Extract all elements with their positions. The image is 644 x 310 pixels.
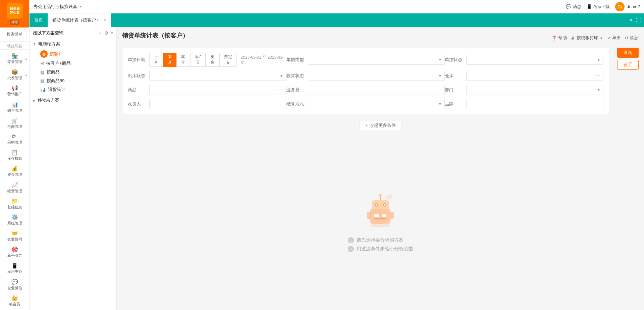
enterprise-icon: 🤝 [11,230,18,237]
out-status-input[interactable]: ▼ [149,71,286,81]
order-status-input[interactable]: ▼ [466,55,603,65]
username-label: demo2 [627,4,640,9]
left-panel-header: 按以下方案查询 ＋ ⊙ « [30,30,116,39]
collapse-button[interactable]: ∧ 收起更多条件 [359,121,401,130]
tree-node-by-customer-label: 按客户 [50,51,63,57]
help-icon: ❓ [551,36,557,41]
query-button[interactable]: 查询 [617,48,639,58]
tree-node-return-stat-label: 退货统计 [48,87,65,93]
tab-close-all-icon[interactable]: ✕ [629,17,633,23]
tree-node-by-customer[interactable]: 客 按客户 [30,49,116,59]
tree-parent-desktop[interactable]: ▼ 电脑端方案 [30,39,116,49]
sidebar-item-operation[interactable]: 📈 经营管理 [0,179,29,196]
message-icon: 💬 [566,4,571,9]
warehouse-label: 仓库 [445,73,464,79]
collapse-up-icon: ∧ [365,123,368,128]
filter-cell-settlement: 结算方式 ▼ [286,99,445,109]
tab-maximize-icon[interactable]: ⛶ [636,17,641,23]
salesperson-dots-icon[interactable]: ··· [436,87,442,93]
by-customer-icon: 客 [40,50,48,58]
date-tab-this-month[interactable]: 本月 [163,53,177,67]
sidebar-item-purchase[interactable]: 🛍 采购管理 [0,131,29,147]
app-center-icon: 📱 [11,262,18,269]
collapse-panel-icon[interactable]: « [110,30,113,36]
help-label: 帮助 [558,35,567,41]
sidebar-item-basic[interactable]: 📁 基础信息 [0,196,29,212]
svg-point-16 [388,194,393,197]
tree-mobile-arrow-icon: ▶ [33,99,36,102]
refresh-button[interactable]: ↺ 刷新 [625,35,639,41]
app-title[interactable]: 办公用品行业模拟账套 ▼ [34,4,83,10]
newbie-icon: 🎯 [11,246,18,253]
sidebar-item-inventory[interactable]: 📋 库存核算 [0,147,29,163]
search-menu-button[interactable]: 搜索菜单 [3,30,26,39]
sidebar-item-finance[interactable]: 💰 资金管理 [0,163,29,179]
sidebar-item-system-label: 系统管理 [7,221,22,225]
avatar: Ea [615,2,625,11]
sidebar-item-newbie[interactable]: 🎯 新手引导 [0,244,29,260]
app-download-label: App下载 [593,4,610,10]
help-button[interactable]: ❓ 帮助 [551,35,567,41]
message-label: 消息 [573,4,581,10]
sidebar-item-member[interactable]: 👑 畅会员 [0,293,29,309]
department-dropdown-icon: ▼ [597,88,600,92]
brand-input[interactable]: ··· [466,99,603,109]
department-input[interactable]: ▼ [466,85,603,95]
sidebar-item-app-center[interactable]: 📱 应用中心 [0,260,29,276]
tree-node-return-stat[interactable]: 📊 退货统计 [30,85,116,94]
tab-close-icon[interactable]: ✕ [103,18,106,22]
retail-icon: 🏪 [11,53,18,59]
date-tab-more[interactable]: 更多 [206,53,219,67]
add-scheme-icon[interactable]: ＋ [98,30,102,36]
sidebar-item-enterprise-label: 企业协同 [7,237,22,242]
export-button[interactable]: ↗ 导出 [607,35,621,41]
tip-num-2: 2 [348,246,354,252]
system-icon: ⚙️ [11,214,18,220]
sidebar-item-sales-label: 销售管理 [7,108,22,113]
print-button[interactable]: 🖨 按模板打印 ▼ [571,35,603,41]
product-dots-icon[interactable]: ··· [278,87,283,93]
salesperson-input[interactable]: ··· [308,85,445,95]
tree-node-by-customer-product[interactable]: ⊞ 按客户+商品 [30,59,116,68]
tab-sales-stat[interactable]: 销货单统计表（按客户） ✕ [48,13,111,27]
sidebar-item-system[interactable]: ⚙️ 系统管理 [0,212,29,228]
user-area[interactable]: Ea demo2 [615,2,640,11]
receiver-input[interactable]: ··· [149,99,286,109]
purchase-icon: 🛍 [12,134,17,140]
sidebar-item-ecommerce[interactable]: 🛒 电商管理 [0,115,29,131]
edit-scheme-icon[interactable]: ⊙ [104,30,108,36]
warehouse-dots-icon[interactable]: ··· [595,73,600,79]
sidebar-item-retail[interactable]: 🏪 零售管理 ▲ [0,50,29,66]
payment-status-input[interactable]: ▼ [308,71,445,81]
sidebar-item-enterprise[interactable]: 🤝 企业协同 [0,228,29,244]
date-tab-custom[interactable]: 自定义 [219,53,237,67]
receiver-dots-icon[interactable]: ··· [278,101,283,107]
receiver-label: 收货人 [128,101,147,107]
sidebar-item-wechat[interactable]: 💬 企业微信 [0,276,29,293]
export-icon: ↗ [607,36,611,41]
date-tab-7days[interactable]: 近7天 [190,53,206,67]
tree-node-by-customer-product-label: 按客户+商品 [46,60,71,66]
sidebar-item-sales[interactable]: 📊 销售管理 [0,99,29,115]
tree-node-by-product[interactable]: ▦ 按商品 [30,68,116,76]
settings-button[interactable]: 设置 [617,60,639,70]
warehouse-input[interactable]: ··· [466,71,603,81]
tree-parent-mobile[interactable]: ▶ 移动端方案 [30,95,116,105]
date-tab-last-month[interactable]: 上月 [149,53,163,67]
tree-node-by-product-99[interactable]: ▦ 按商品99 [30,76,116,85]
sidebar-item-marketing[interactable]: 📢 营销推广 [0,83,29,99]
print-label: 按模板打印 [577,35,598,41]
tab-home[interactable]: 首页 [30,13,48,27]
sidebar-item-wholesale[interactable]: 📦 批发管理 ▲ [0,66,29,83]
product-input[interactable]: ··· [149,85,286,95]
export-label: 导出 [612,35,621,41]
settlement-input[interactable]: ▼ [308,99,445,109]
date-tab-this-year[interactable]: 本年 [176,53,190,67]
sidebar-item-marketing-label: 营销推广 [7,92,22,96]
message-button[interactable]: 💬 消息 [566,4,581,10]
filter-cell-date: 单据日期 上月 本月 本年 近7天 更多 自定义 20 [128,53,286,67]
date-filter: 上月 本月 本年 近7天 更多 自定义 2023-03-01 至 2023-03… [149,53,286,67]
order-type-input[interactable]: ▼ [308,55,445,65]
brand-dots-icon[interactable]: ··· [595,101,600,107]
app-download-button[interactable]: 📱 App下载 [587,4,610,10]
